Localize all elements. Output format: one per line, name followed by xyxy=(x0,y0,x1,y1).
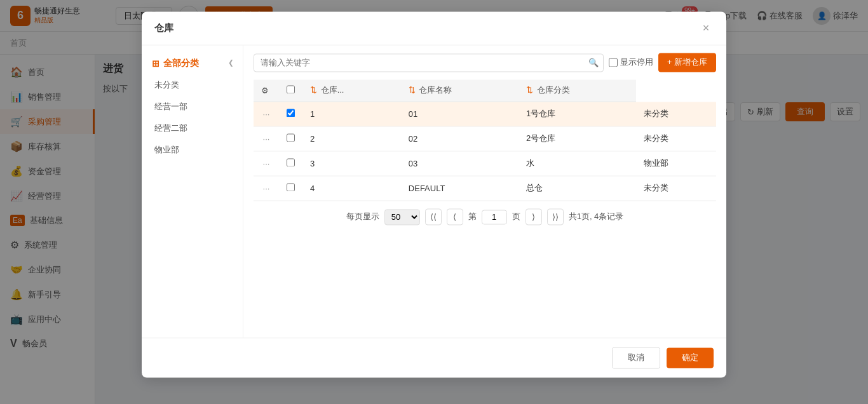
select-all-checkbox[interactable] xyxy=(287,85,295,93)
row-name: 总仓 xyxy=(519,176,636,201)
table-row[interactable]: ··· 1 01 1号仓库 未分类 xyxy=(254,102,716,126)
row-checkbox[interactable] xyxy=(287,133,295,142)
row-index: 2 xyxy=(302,126,401,151)
cancel-button[interactable]: 取消 xyxy=(612,347,660,368)
category-header[interactable]: ⊞ 全部分类 《 xyxy=(142,53,243,74)
row-category: 未分类 xyxy=(636,176,716,201)
row-category: 未分类 xyxy=(636,102,716,126)
dialog-title: 仓库 xyxy=(154,22,173,34)
show-disabled-label: 显示停用 xyxy=(609,57,653,68)
show-disabled-checkbox[interactable] xyxy=(609,58,618,67)
warehouse-tbody: ··· 1 01 1号仓库 未分类 ··· 2 02 2号仓库 未分类 ··· … xyxy=(254,102,716,201)
sort-icon-category: ⇅ xyxy=(526,85,533,95)
page-label: 第 xyxy=(468,211,477,222)
last-page-button[interactable]: ⟩⟩ xyxy=(547,208,564,225)
table-row[interactable]: ··· 2 02 2号仓库 未分类 xyxy=(254,126,716,151)
sort-icon-code: ⇅ xyxy=(310,85,317,95)
next-page-button[interactable]: ⟩ xyxy=(526,208,542,225)
table-header-row: ⚙ ⇅ 仓库... ⇅ 仓库名称 ⇅ xyxy=(254,79,716,102)
pagination-bar: 每页显示 50 20 100 ⟨⟨ ⟨ 第 页 ⟩ ⟩⟩ 共1页, 4条记录 xyxy=(254,201,716,232)
category-item-unclassified[interactable]: 未分类 xyxy=(142,74,243,96)
row-checkbox-cell xyxy=(279,126,302,151)
total-info: 共1页, 4条记录 xyxy=(569,211,624,222)
category-item-property[interactable]: 物业部 xyxy=(142,139,243,161)
th-name: ⇅ 仓库名称 xyxy=(401,79,519,102)
search-input[interactable] xyxy=(254,53,604,72)
row-name: 2号仓库 xyxy=(519,126,636,151)
row-checkbox[interactable] xyxy=(287,183,295,191)
table-row[interactable]: ··· 4 DEFAULT 总仓 未分类 xyxy=(254,176,716,201)
category-panel: ⊞ 全部分类 《 未分类 经营一部 经营二部 物业部 xyxy=(142,45,243,337)
row-category: 未分类 xyxy=(636,126,716,151)
th-gear: ⚙ xyxy=(254,79,279,102)
row-code: 01 xyxy=(401,102,519,126)
row-index: 3 xyxy=(302,151,401,176)
row-code: 03 xyxy=(401,151,519,176)
warehouse-panel: 🔍 显示停用 + 新增仓库 ⚙ ⇅ xyxy=(243,45,726,337)
row-checkbox-cell xyxy=(279,151,302,176)
search-icon[interactable]: 🔍 xyxy=(588,58,599,67)
row-checkbox[interactable] xyxy=(287,109,295,117)
category-header-label: 全部分类 xyxy=(163,58,199,69)
sort-icon-name: ⇅ xyxy=(409,85,416,95)
confirm-button[interactable]: 确定 xyxy=(667,347,714,368)
category-collapse-button[interactable]: 《 xyxy=(225,58,233,69)
row-name: 1号仓库 xyxy=(519,102,636,126)
th-check xyxy=(279,79,302,102)
row-name: 水 xyxy=(519,151,636,176)
search-wrap: 🔍 xyxy=(254,53,604,72)
grid-icon: ⊞ xyxy=(152,58,159,69)
row-checkbox[interactable] xyxy=(287,158,295,166)
row-category: 物业部 xyxy=(636,151,716,176)
page-size-select[interactable]: 50 20 100 xyxy=(384,209,420,225)
warehouse-toolbar: 🔍 显示停用 + 新增仓库 xyxy=(254,53,716,72)
show-disabled-text: 显示停用 xyxy=(620,57,653,68)
category-item-dept2[interactable]: 经营二部 xyxy=(142,118,243,139)
dialog-header: 仓库 × xyxy=(142,11,726,45)
per-page-label: 每页显示 xyxy=(346,211,379,222)
row-index: 1 xyxy=(302,102,401,126)
row-actions-cell[interactable]: ··· xyxy=(254,176,279,201)
row-code: DEFAULT xyxy=(401,176,519,201)
th-code: ⇅ 仓库... xyxy=(302,79,401,102)
warehouse-dialog: 仓库 × ⊞ 全部分类 《 未分类 经营一部 经营二部 物业部 🔍 xyxy=(142,11,726,377)
dialog-close-button[interactable]: × xyxy=(698,20,714,36)
add-warehouse-button[interactable]: + 新增仓库 xyxy=(658,53,716,72)
row-actions-cell[interactable]: ··· xyxy=(254,126,279,151)
dialog-footer: 取消 确定 xyxy=(142,337,726,377)
dialog-body: ⊞ 全部分类 《 未分类 经营一部 经营二部 物业部 🔍 显示停用 + xyxy=(142,45,726,337)
row-actions-cell[interactable]: ··· xyxy=(254,151,279,176)
th-category: ⇅ 仓库分类 xyxy=(519,79,636,102)
row-index: 4 xyxy=(302,176,401,201)
row-code: 02 xyxy=(401,126,519,151)
warehouse-table: ⚙ ⇅ 仓库... ⇅ 仓库名称 ⇅ xyxy=(254,79,716,201)
prev-page-button[interactable]: ⟨ xyxy=(447,208,463,225)
row-checkbox-cell xyxy=(279,176,302,201)
table-row[interactable]: ··· 3 03 水 物业部 xyxy=(254,151,716,176)
row-checkbox-cell xyxy=(279,102,302,126)
row-actions-cell[interactable]: ··· xyxy=(254,102,279,126)
category-item-dept1[interactable]: 经营一部 xyxy=(142,96,243,118)
page-input[interactable] xyxy=(482,210,507,224)
page-suffix: 页 xyxy=(512,211,520,222)
first-page-button[interactable]: ⟨⟨ xyxy=(425,208,442,225)
